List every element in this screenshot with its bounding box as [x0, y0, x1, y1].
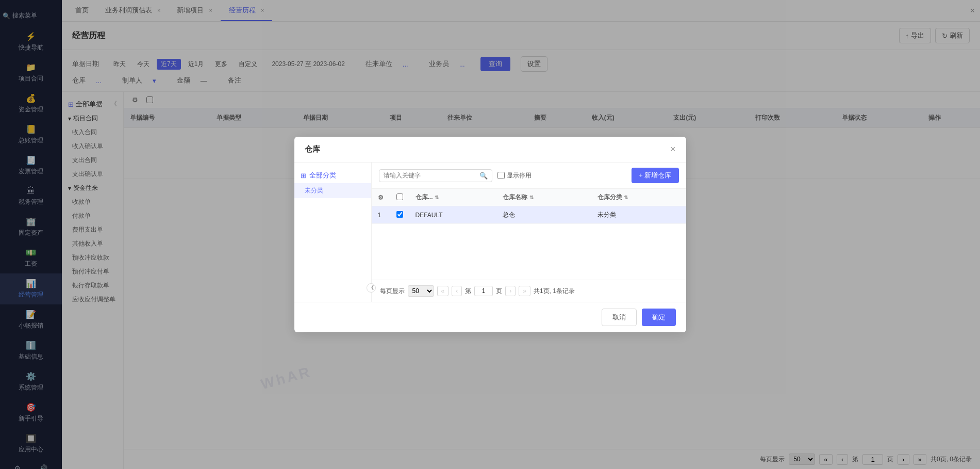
- modal-col-checkbox: [390, 189, 409, 206]
- modal-category-all[interactable]: ⊞ 全部分类: [294, 168, 371, 183]
- modal-page-suffix: 页: [496, 287, 502, 296]
- show-disabled-label: 显示停用: [497, 171, 531, 180]
- modal-body: ⊞ 全部分类 未分类 《: [294, 163, 686, 302]
- modal-header: 仓库 ×: [294, 137, 686, 163]
- warehouse-modal: 仓库 × ⊞ 全部分类 未分类 《: [294, 137, 686, 332]
- modal-pagination: 每页显示 50 100 « ‹ 第 页 › » 共1页, 1条记录: [380, 285, 575, 297]
- modal-row-code: DEFAULT: [409, 206, 497, 224]
- modal-next-page-btn[interactable]: ›: [505, 286, 516, 296]
- modal-row-num: 1: [372, 206, 390, 224]
- grid-category-icon: ⊞: [301, 172, 306, 180]
- modal-table-row[interactable]: 1 DEFAULT 总仓 未分类: [372, 206, 686, 224]
- modal-toolbar: 🔍 显示停用 + 新增仓库: [372, 163, 686, 189]
- modal-title: 仓库: [305, 144, 320, 154]
- modal-right-panel: 🔍 显示停用 + 新增仓库 ⚙: [372, 163, 686, 302]
- modal-row-name: 总仓: [496, 206, 591, 224]
- modal-page-label: 第: [465, 287, 471, 296]
- modal-prev-page-btn[interactable]: ‹: [452, 286, 462, 296]
- modal-search-icon[interactable]: 🔍: [479, 172, 488, 180]
- sort-category-icon[interactable]: ⇅: [624, 195, 628, 200]
- modal-per-page-label: 每页显示: [380, 287, 405, 296]
- modal-table-area: ⚙ 仓库... ⇅ 仓库名称: [372, 189, 686, 280]
- modal-confirm-button[interactable]: 确定: [642, 309, 676, 326]
- modal-page-input[interactable]: [474, 286, 493, 296]
- add-warehouse-button[interactable]: + 新增仓库: [632, 168, 678, 183]
- modal-category-scroll: 未分类: [294, 183, 371, 297]
- modal-row-category: 未分类: [591, 206, 686, 224]
- modal-col-settings: ⚙: [372, 189, 390, 206]
- modal-last-page-btn[interactable]: »: [519, 286, 530, 296]
- table-config-icon[interactable]: ⚙: [378, 194, 384, 201]
- modal-category-panel: ⊞ 全部分类 未分类 《: [294, 163, 372, 302]
- modal-warehouse-table: ⚙ 仓库... ⇅ 仓库名称: [372, 189, 686, 224]
- modal-close-button[interactable]: ×: [670, 144, 676, 155]
- modal-row-select[interactable]: [396, 211, 403, 218]
- modal-overlay: 仓库 × ⊞ 全部分类 未分类 《: [0, 0, 980, 469]
- modal-search-box: 🔍: [379, 169, 492, 182]
- modal-total-count: 共1页, 1条记录: [534, 287, 575, 296]
- modal-first-page-btn[interactable]: «: [437, 286, 449, 296]
- modal-row-checkbox: [390, 206, 409, 224]
- modal-category: ⊞ 全部分类 未分类: [294, 163, 372, 302]
- modal-select-all[interactable]: [396, 193, 403, 200]
- modal-footer: 每页显示 50 100 « ‹ 第 页 › » 共1页, 1条记录: [372, 280, 686, 302]
- modal-category-unclassified[interactable]: 未分类: [294, 183, 371, 198]
- show-disabled-checkbox[interactable]: [497, 172, 505, 179]
- modal-search-input[interactable]: [384, 172, 476, 179]
- modal-cancel-button[interactable]: 取消: [602, 309, 637, 326]
- sort-code-icon[interactable]: ⇅: [435, 195, 439, 200]
- modal-col-name: 仓库名称 ⇅: [496, 189, 591, 206]
- modal-actions: 取消 确定: [294, 302, 686, 332]
- sort-name-icon[interactable]: ⇅: [529, 195, 534, 200]
- modal-col-code: 仓库... ⇅: [409, 189, 497, 206]
- modal-col-category: 仓库分类 ⇅: [591, 189, 686, 206]
- modal-per-page-select[interactable]: 50 100: [408, 285, 434, 297]
- modal-category-collapse-btn[interactable]: 《: [367, 283, 376, 293]
